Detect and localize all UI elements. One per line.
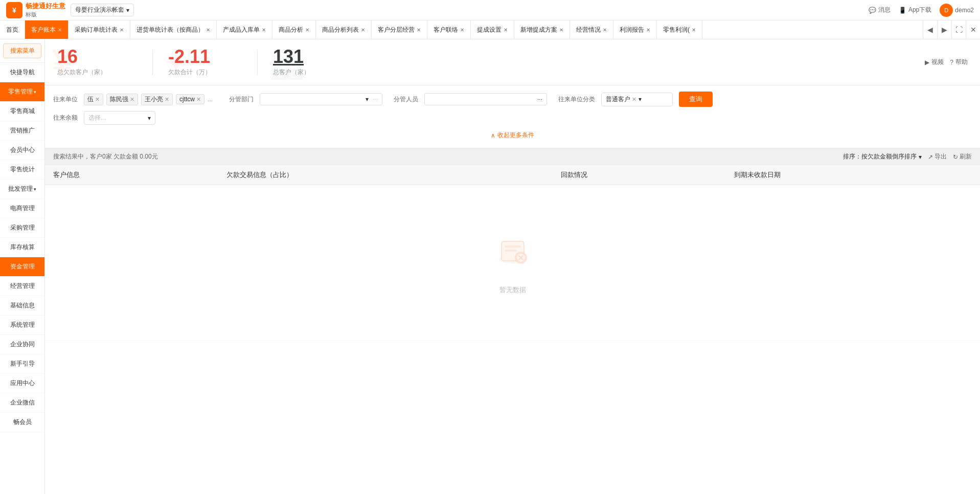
sidebar-item-retail-mall[interactable]: 零售商城 <box>0 102 44 121</box>
sidebar-item-enterprise-wechat[interactable]: 企业微信 <box>0 393 44 413</box>
logo-area: ¥ 畅捷通好生意 标版 <box>6 2 65 18</box>
video-icon: ▶ <box>925 59 929 66</box>
store-selector[interactable]: 母婴行业演示帐套 ▾ <box>71 4 134 16</box>
sidebar-item-enterprise-collab[interactable]: 企业协同 <box>0 335 44 354</box>
nav-next-button[interactable]: ▶ <box>937 20 951 39</box>
chevron-down-icon: ▾ <box>366 96 369 103</box>
tab-goods-analysis-list[interactable]: 商品分析列表 ✕ <box>316 20 372 39</box>
video-help-button[interactable]: ▶ 视频 <box>925 58 944 66</box>
person-filter-label: 分管人员 <box>394 95 418 104</box>
sidebar-item-finance-mgmt[interactable]: 资金管理 <box>0 257 44 277</box>
sidebar-item-basic-info[interactable]: 基础信息 <box>0 296 44 316</box>
filter-tag-wang: 王小亮 ✕ <box>141 94 173 105</box>
close-tab-icon[interactable]: ✕ <box>603 27 607 33</box>
sort-selector[interactable]: 排序：按欠款金额倒序排序 ▾ <box>843 152 922 161</box>
sidebar-search-area: 搜索菜单 <box>0 39 44 63</box>
tab-customer-ledger[interactable]: 客户账本 ✕ <box>25 20 69 39</box>
tab-purchase-stats[interactable]: 采购订单统计表 ✕ <box>69 20 130 39</box>
close-tab-icon[interactable]: ✕ <box>559 27 563 33</box>
app-download-button[interactable]: 📱 App下载 <box>899 6 931 14</box>
tab-commission-settings[interactable]: 提成设置 ✕ <box>471 20 514 39</box>
svg-rect-3 <box>505 250 517 252</box>
balance-filter-label: 往来余额 <box>53 114 78 122</box>
nav-prev-button[interactable]: ◀ <box>923 20 937 39</box>
data-table: 客户信息 欠款交易信息（占比） 回款情况 到期未收款日期 <box>45 165 980 341</box>
tab-profit-report[interactable]: 利润报告 ✕ <box>613 20 657 39</box>
col-customer-info: 客户信息 <box>45 165 218 185</box>
sidebar-item-ops-mgmt[interactable]: 经营管理 <box>0 277 44 296</box>
nav-maximize-button[interactable]: ⛶ <box>951 20 966 39</box>
remove-tag-wang[interactable]: ✕ <box>165 96 169 103</box>
refresh-button[interactable]: ↻ 刷新 <box>953 152 972 161</box>
stat-help-area: ▶ 视频 ? 帮助 <box>925 58 968 66</box>
sidebar-item-newbie-guide[interactable]: 新手引导 <box>0 354 44 374</box>
download-icon: 📱 <box>899 7 906 14</box>
sidebar: 搜索菜单 快捷导航 零售管理 ▾ 零售商城 营销推广 会员中心 零售统计 批发管… <box>0 39 45 494</box>
message-button[interactable]: 💬 消息 <box>869 6 891 14</box>
sidebar-item-wholesale-mgmt[interactable]: 批发管理 ▾ <box>0 179 44 199</box>
chevron-down-icon: ··· <box>537 96 542 103</box>
help-icon: ? <box>950 59 953 66</box>
sidebar-item-chang-member[interactable]: 畅会员 <box>0 413 44 432</box>
sidebar-item-ecommerce-mgmt[interactable]: 电商管理 <box>0 199 44 218</box>
remove-category-tag[interactable]: ✕ <box>632 96 636 103</box>
dept-select[interactable]: ▾ ··· <box>260 93 382 105</box>
sidebar-item-app-center[interactable]: 应用中心 <box>0 374 44 393</box>
nav-tabs: 首页 客户账本 ✕ 采购订单统计表 ✕ 进货单统计表（按商品） ✕ 产成品入库单… <box>0 20 980 39</box>
tab-customer-contact[interactable]: 客户联络 ✕ <box>427 20 471 39</box>
tab-add-commission[interactable]: 新增提成方案 ✕ <box>514 20 570 39</box>
remove-tag-cjttcw[interactable]: ✕ <box>196 96 201 103</box>
close-tab-icon[interactable]: ✕ <box>646 27 650 33</box>
close-tab-icon[interactable]: ✕ <box>58 27 62 33</box>
sidebar-item-purchase-mgmt[interactable]: 采购管理 <box>0 218 44 238</box>
sidebar-item-marketing[interactable]: 营销推广 <box>0 121 44 141</box>
balance-select[interactable]: 选择... ▾ <box>84 111 155 125</box>
person-select[interactable]: ··· <box>424 93 547 105</box>
chevron-down-icon: ▾ <box>148 115 151 122</box>
help-button[interactable]: ? 帮助 <box>950 58 968 66</box>
sidebar-item-sys-mgmt[interactable]: 系统管理 <box>0 316 44 335</box>
tab-goods-analysis[interactable]: 商品分析 ✕ <box>272 20 316 39</box>
close-tab-icon[interactable]: ✕ <box>504 27 508 33</box>
collapse-button[interactable]: ∧ 收起更多条件 <box>491 131 534 140</box>
tab-operations[interactable]: 经营情况 ✕ <box>570 20 613 39</box>
results-summary: 搜索结果中，客户0家 欠款金额 0.00元 <box>53 152 158 161</box>
content-area: ¥ 16 总欠款客户（家） ✦ -2.11 欠款合计（万） 🏢 131 总客户（… <box>45 39 980 494</box>
top-right-actions: 💬 消息 📱 App下载 D demo2 <box>869 4 974 17</box>
tab-retail-profit[interactable]: 零售利润( ✕ <box>657 20 702 39</box>
close-tab-icon[interactable]: ✕ <box>692 27 696 33</box>
sidebar-item-retail-mgmt[interactable]: 零售管理 ▾ <box>0 82 44 102</box>
remove-tag-chen[interactable]: ✕ <box>130 96 134 103</box>
tab-home[interactable]: 首页 <box>0 20 25 39</box>
close-tab-icon[interactable]: ✕ <box>460 27 464 33</box>
close-tab-icon[interactable]: ✕ <box>417 27 421 33</box>
chevron-down-icon: ▾ <box>639 96 642 103</box>
nav-restore-button[interactable]: ✕ <box>966 20 980 39</box>
sidebar-item-retail-stats[interactable]: 零售统计 <box>0 160 44 179</box>
sidebar-item-quick-nav[interactable]: 快捷导航 <box>0 63 44 82</box>
query-button[interactable]: 查询 <box>679 92 713 107</box>
tab-product-warehousing[interactable]: 产成品入库单 ✕ <box>217 20 272 39</box>
filter-tag-chen: 陈民强 ✕ <box>106 94 138 105</box>
search-menu-button[interactable]: 搜索菜单 <box>3 43 41 58</box>
user-avatar[interactable]: D demo2 <box>940 4 974 17</box>
export-button[interactable]: ↗ 导出 <box>928 152 947 161</box>
results-bar: 搜索结果中，客户0家 欠款金额 0.00元 排序：按欠款金额倒序排序 ▾ ↗ 导… <box>45 148 980 165</box>
sidebar-item-member-center[interactable]: 会员中心 <box>0 141 44 160</box>
close-tab-icon[interactable]: ✕ <box>120 27 124 33</box>
close-tab-icon[interactable]: ✕ <box>361 27 365 33</box>
close-tab-icon[interactable]: ✕ <box>262 27 266 33</box>
more-tags-button[interactable]: ... <box>208 96 213 103</box>
empty-state-row: 暂无数据 <box>45 185 980 341</box>
filter-tag-cjttcw: cjttcw ✕ <box>176 94 204 104</box>
close-tab-icon[interactable]: ✕ <box>206 27 210 33</box>
close-tab-icon[interactable]: ✕ <box>305 27 309 33</box>
sidebar-item-inventory[interactable]: 库存核算 <box>0 238 44 257</box>
refresh-icon: ↻ <box>953 153 958 161</box>
tab-customer-tier[interactable]: 客户分层经营 ✕ <box>372 20 427 39</box>
filter-row-2: 往来余额 选择... ▾ <box>53 111 972 125</box>
tab-purchase-item-stats[interactable]: 进货单统计表（按商品） ✕ <box>130 20 217 39</box>
remove-tag-wu[interactable]: ✕ <box>95 96 100 103</box>
category-select[interactable]: 普通客户 ✕ ▾ <box>601 93 673 106</box>
col-repayment: 回款情况 <box>553 165 726 185</box>
